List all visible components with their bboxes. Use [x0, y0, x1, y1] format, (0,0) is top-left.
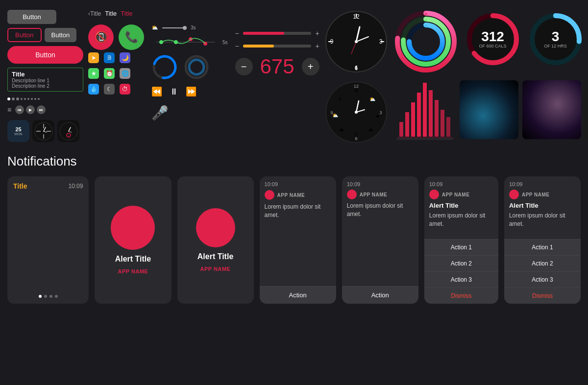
svg-text:3: 3 [379, 38, 382, 45]
button-1[interactable]: Button [7, 10, 56, 24]
slider-fill-2 [243, 45, 274, 48]
card-6-action1[interactable]: Action 1 [424, 239, 498, 255]
card-1-header: Title 10:09 [13, 182, 83, 190]
rewind-btn[interactable]: ⏮ [15, 105, 24, 114]
icon-world[interactable]: 🌐 [120, 68, 130, 79]
phone-answer-button[interactable]: 📞 [119, 24, 144, 50]
svg-rect-80 [441, 110, 444, 137]
rewind-button[interactable]: ⏪ [151, 86, 162, 97]
card-7-action1[interactable]: Action 1 [504, 239, 581, 255]
card-6-dismiss[interactable]: Dismiss [424, 288, 498, 304]
play-controls: ⏮ ▶ ⏭ [15, 105, 46, 114]
svg-text:🌧: 🌧 [339, 127, 344, 133]
icon-alarm[interactable]: ⏰ [104, 68, 115, 79]
list-item-box: Title Description line 1 Description lin… [7, 68, 83, 92]
card-5-time-row: 10:09 [347, 181, 414, 187]
svg-text:6: 6 [354, 65, 358, 72]
cals-center-text: 312 OF 600 CALS [479, 30, 507, 49]
dot-9 [38, 98, 40, 100]
weather-clock: 12 3 6 9 ☀ ⛅ ☁ 🌧 ⛈ 🌧 ⛅ ☀ [324, 80, 388, 144]
card-7-time: 10:09 [509, 181, 523, 187]
icon-moon2[interactable]: ☾ [104, 84, 115, 95]
icon-activity2[interactable]: ★ [88, 68, 99, 79]
list-item-title: Title [12, 71, 79, 78]
card-6-time-row: 10:09 [429, 181, 493, 187]
svg-text:☀: ☀ [338, 96, 342, 102]
phone-end-button[interactable]: 📵 [88, 24, 114, 50]
slider-track-2[interactable] [243, 45, 312, 48]
svg-rect-79 [435, 100, 439, 137]
card-6-action3[interactable]: Action 3 [424, 271, 498, 288]
card-7-alert-title: Alert Title [509, 202, 576, 209]
card-6-app-name: APP NAME [442, 192, 470, 197]
icon-activity[interactable]: ➤ [88, 52, 99, 63]
fast-forward-button[interactable]: ⏩ [186, 86, 196, 97]
page-dot-1 [39, 295, 42, 298]
button-2-outline[interactable]: Button [7, 28, 42, 42]
card-1-time: 10:09 [68, 183, 83, 190]
stats-ring-cals: 312 OF 600 CALS [464, 10, 522, 69]
card-6-time: 10:09 [429, 181, 443, 187]
notification-card-2: Alert Title APP NAME [95, 176, 171, 304]
svg-text:☀: ☀ [353, 88, 359, 95]
card-4-body: Lorem ipsum dolor sit amet. [265, 203, 331, 219]
card-4-action[interactable]: Action [260, 286, 336, 304]
temp-label: 3s [191, 25, 196, 30]
card-7-icon [509, 190, 519, 199]
button-row: Button Button [7, 28, 83, 42]
icon-bluetooth[interactable]: 𝔹 [104, 52, 115, 63]
button-3-gray[interactable]: Button [45, 28, 77, 42]
card-7-action3[interactable]: Action 3 [504, 271, 581, 288]
icon-water[interactable]: 💧 [88, 84, 99, 95]
svg-point-21 [189, 60, 204, 74]
card-7-dismiss[interactable]: Dismiss [504, 288, 581, 304]
card-5-time: 10:09 [347, 181, 361, 187]
page-dot-4 [55, 295, 58, 298]
card-5-action[interactable]: Action [342, 286, 418, 304]
wallpaper-1 [460, 80, 518, 139]
mic-icon[interactable]: 🎤 [151, 105, 228, 121]
card-1-title: Title [13, 182, 27, 190]
card-6-alert-title: Alert Title [429, 202, 493, 209]
slider-track-1[interactable] [243, 32, 312, 35]
svg-text:⛅: ⛅ [332, 112, 339, 119]
watch-face-3[interactable]: 0 [57, 120, 79, 142]
volume-slider-2: − + [235, 42, 319, 50]
card-4-time: 10:09 [265, 181, 278, 187]
dot-8 [34, 98, 36, 100]
card-4-app-row: APP NAME [265, 190, 331, 200]
button-4-pink[interactable]: Button [7, 46, 83, 64]
forward-btn[interactable]: ⏭ [37, 105, 46, 114]
card-6-action2[interactable]: Action 2 [424, 255, 498, 271]
svg-point-72 [355, 111, 358, 114]
svg-rect-75 [411, 102, 415, 137]
minus-icon-2[interactable]: − [235, 42, 239, 50]
weather-icon: ⛅ [151, 24, 158, 31]
pause-button[interactable]: ⏸ [170, 87, 178, 97]
icon-timer[interactable]: ⏱ [120, 84, 130, 95]
middle-panel: ‹Title Title Title 📵 📞 ➤ 𝔹 🌙 ★ ⏰ 🌐 [88, 10, 319, 144]
card-6-body: Lorem ipsum dolor sit amet. [429, 212, 493, 228]
media-controls: ≡ ⏮ ▶ ⏭ [7, 105, 83, 114]
card-5-icon [347, 190, 357, 199]
dot-4 [21, 98, 23, 100]
stepper-minus[interactable]: − [235, 58, 253, 75]
stepper-value: 675 [258, 55, 297, 78]
dot-3 [16, 97, 19, 100]
svg-text:12: 12 [353, 13, 360, 20]
card-4-icon [265, 190, 274, 200]
stepper-row: − 675 + [235, 55, 319, 78]
icon-moon[interactable]: 🌙 [120, 52, 130, 63]
list-item-desc2: Description line 2 [12, 83, 79, 89]
watch-face-2[interactable] [32, 120, 54, 142]
playback-controls: ⏪ ⏸ ⏩ [151, 86, 228, 97]
play-btn[interactable]: ▶ [26, 105, 35, 114]
plus-icon-1[interactable]: + [315, 29, 319, 37]
plus-icon-2[interactable]: + [315, 42, 319, 50]
watch-face-1[interactable]: 25 MON [7, 120, 29, 142]
card-7-action2[interactable]: Action 2 [504, 255, 581, 271]
stepper-plus[interactable]: + [302, 58, 319, 75]
minus-icon-1[interactable]: − [235, 29, 239, 37]
card-4-top: 10:09 APP NAME Lorem ipsum dolor sit ame… [260, 176, 336, 286]
pagination-dots [7, 97, 83, 100]
